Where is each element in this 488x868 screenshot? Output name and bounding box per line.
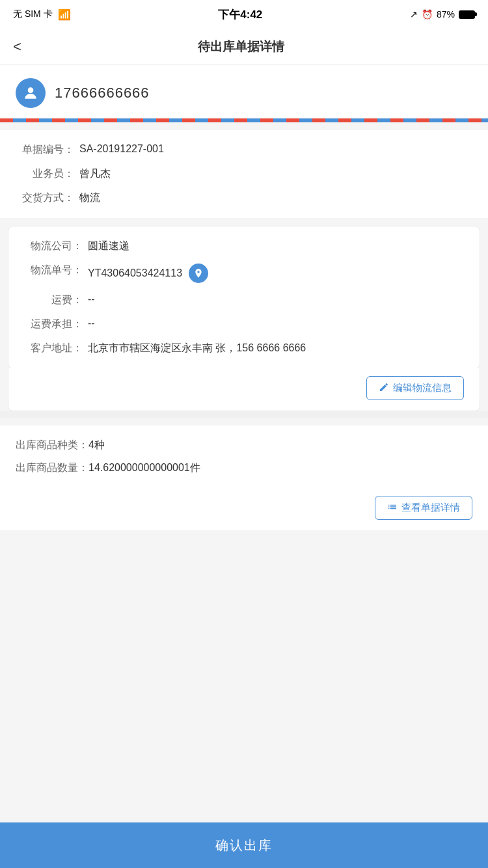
customer-header: 17666666666 (0, 65, 488, 118)
track-location-button[interactable] (189, 264, 208, 283)
view-detail-area: 查看单据详情 (0, 488, 488, 530)
logistics-company-row: 物流公司： 圆通速递 (24, 239, 464, 253)
separator (0, 411, 488, 418)
edit-logistics-label: 编辑物流信息 (393, 382, 452, 394)
wifi-icon: 📶 (58, 8, 71, 21)
freight-bearer-label: 运费承担： (24, 318, 83, 331)
confirm-outbound-button[interactable]: 确认出库 (0, 822, 488, 868)
freight-value: -- (88, 293, 464, 305)
freight-row: 运费： -- (24, 293, 464, 307)
view-detail-icon (387, 502, 398, 514)
address-label: 客户地址： (24, 342, 83, 355)
svg-point-0 (28, 87, 34, 93)
alarm-icon: ⏰ (422, 9, 433, 20)
freight-bearer-row: 运费承担： -- (24, 318, 464, 331)
confirm-outbound-label: 确认出库 (215, 837, 273, 854)
view-detail-label: 查看单据详情 (401, 502, 460, 514)
status-right: ↗ ⏰ 87% (410, 9, 475, 20)
location-icon: ↗ (410, 9, 418, 20)
product-types-value: 4种 (88, 439, 472, 452)
doc-num-row: 单据编号： SA-20191227-001 (16, 143, 472, 157)
tracking-num-row: 物流单号： YT43064053424113 (24, 264, 464, 283)
status-time: 下午4:42 (218, 7, 262, 22)
edit-icon (379, 382, 389, 394)
spacer (0, 530, 488, 608)
tracking-num-label: 物流单号： (24, 264, 83, 277)
address-value: 北京市市辖区海淀区永丰南 张，156 6666 6666 (88, 342, 464, 355)
view-detail-button[interactable]: 查看单据详情 (375, 496, 472, 520)
edit-logistics-button[interactable]: 编辑物流信息 (366, 376, 464, 400)
dashed-divider (0, 118, 488, 122)
delivery-method-label: 交货方式： (16, 191, 74, 205)
product-types-label: 出库商品种类： (16, 439, 88, 452)
edit-btn-area: 编辑物流信息 (8, 368, 480, 411)
page-title: 待出库单据详情 (27, 38, 455, 55)
delivery-method-value: 物流 (79, 191, 472, 205)
freight-label: 运费： (24, 293, 83, 307)
sales-person-value: 曾凡杰 (79, 167, 472, 181)
summary-section: 出库商品种类： 4种 出库商品数量： 14.620000000000001件 (0, 426, 488, 488)
tracking-num-value: YT43064053424113 (88, 267, 182, 279)
product-types-row: 出库商品种类： 4种 (16, 439, 472, 452)
battery-icon (459, 10, 475, 19)
carrier-label: 无 SIM 卡 (13, 8, 53, 20)
back-button[interactable]: < (8, 33, 27, 61)
doc-info-section: 单据编号： SA-20191227-001 业务员： 曾凡杰 交货方式： 物流 (0, 130, 488, 218)
doc-num-label: 单据编号： (16, 143, 74, 157)
status-bar: 无 SIM 卡 📶 下午4:42 ↗ ⏰ 87% (0, 0, 488, 29)
logistics-company-label: 物流公司： (24, 239, 83, 253)
product-quantity-row: 出库商品数量： 14.620000000000001件 (16, 461, 472, 475)
nav-bar: < 待出库单据详情 (0, 29, 488, 65)
sales-person-label: 业务员： (16, 167, 74, 181)
delivery-method-row: 交货方式： 物流 (16, 191, 472, 205)
sales-person-row: 业务员： 曾凡杰 (16, 167, 472, 181)
freight-bearer-value: -- (88, 318, 464, 329)
logistics-card: 物流公司： 圆通速递 物流单号： YT43064053424113 运费： --… (8, 226, 480, 369)
avatar (16, 78, 46, 108)
battery-percent: 87% (437, 9, 455, 20)
logistics-company-value: 圆通速递 (88, 239, 464, 253)
customer-phone: 17666666666 (55, 85, 150, 102)
product-quantity-label: 出库商品数量： (16, 461, 88, 475)
tracking-num-value-wrapper: YT43064053424113 (88, 264, 464, 283)
doc-num-value: SA-20191227-001 (79, 143, 472, 155)
status-left: 无 SIM 卡 📶 (13, 8, 71, 21)
address-row: 客户地址： 北京市市辖区海淀区永丰南 张，156 6666 6666 (24, 342, 464, 355)
product-quantity-value: 14.620000000000001件 (88, 461, 472, 475)
